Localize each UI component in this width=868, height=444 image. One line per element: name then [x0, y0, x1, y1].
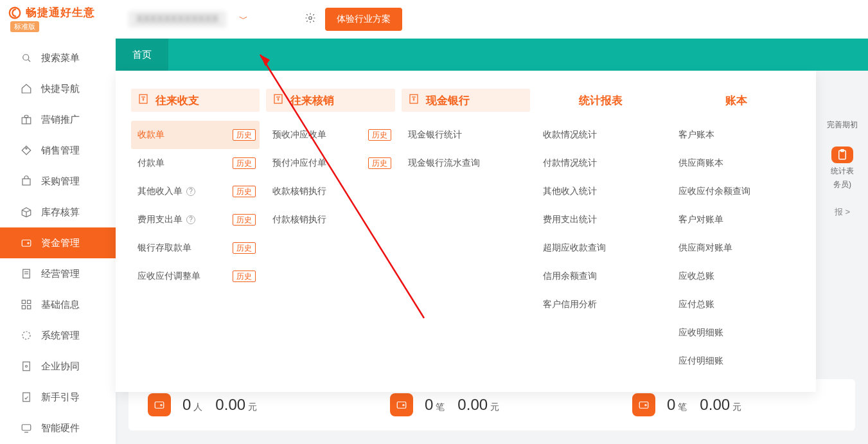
mega-item[interactable]: 付款单历史	[131, 149, 260, 177]
mega-item[interactable]: 费用支出统计	[536, 206, 665, 234]
mega-item[interactable]: 其他收入统计	[536, 177, 665, 206]
mega-item[interactable]: 供应商账本	[672, 149, 801, 177]
mega-item[interactable]: 付款核销执行	[266, 206, 394, 234]
sidebar-item-box[interactable]: 库存核算	[0, 197, 116, 227]
mega-col-title: 统计报表	[579, 93, 623, 108]
sidebar-item-cart[interactable]: 采购管理	[0, 166, 116, 197]
right-rail: 完善期初 统计表 务员) 报 >	[817, 103, 868, 234]
org-selector[interactable]: XXXXXXXXXXXX ﹀	[128, 8, 296, 31]
mega-item[interactable]: 应收总账	[672, 262, 801, 290]
history-button[interactable]: 历史	[368, 129, 391, 141]
sidebar-item-tv[interactable]: 智能硬件	[0, 413, 116, 443]
svg-point-5	[26, 148, 27, 149]
sidebar-item-tag[interactable]: 销售管理	[0, 135, 116, 166]
sidebar-item-share[interactable]: 企业协同	[0, 351, 116, 382]
history-button[interactable]: 历史	[233, 271, 256, 282]
sidebar-item-doc[interactable]: 经营管理	[0, 258, 116, 289]
mega-item-label: 收款核销执行	[272, 186, 326, 197]
tv-icon	[21, 422, 32, 434]
svg-rect-23	[22, 425, 31, 431]
stat-icon	[390, 393, 413, 416]
mega-item[interactable]: 收款核销执行	[266, 177, 394, 206]
mega-col-title: 账本	[725, 93, 747, 108]
mega-item-label: 其他收入统计	[543, 186, 597, 197]
right-rail-stat-label-a: 统计表	[831, 166, 854, 177]
right-rail-more-label: 报 >	[835, 206, 850, 218]
mega-item[interactable]: 付款情况统计	[536, 149, 665, 177]
mega-item[interactable]: 预收冲应收单历史	[266, 121, 394, 149]
mega-item[interactable]: 客户账本	[672, 121, 801, 149]
gear-icon[interactable]	[305, 12, 316, 26]
mega-col-title: 往来收支	[155, 93, 199, 108]
stat-values: 0笔0.00元	[425, 396, 499, 414]
wallet-icon	[21, 237, 32, 249]
box-icon	[21, 206, 32, 218]
bill-icon	[408, 93, 420, 108]
mega-item[interactable]: 应收明细账	[672, 319, 801, 347]
mega-col-4: 账本客户账本供应商账本应收应付余额查询客户对账单供应商对账单应收总账应付总账应收…	[672, 89, 801, 374]
mega-item-label: 应收明细账	[678, 327, 723, 339]
sidebar-item-search[interactable]: 搜索菜单	[0, 42, 116, 73]
sidebar-item-label: 营销推广	[41, 114, 80, 126]
mega-item-label: 客户对账单	[678, 214, 723, 226]
right-rail-hint[interactable]: 完善期初	[817, 103, 868, 147]
history-button[interactable]: 历史	[233, 186, 256, 197]
bill-icon	[272, 93, 284, 108]
right-rail-stat[interactable]: 统计表 务员)	[817, 147, 868, 190]
history-button[interactable]: 历史	[233, 129, 256, 141]
mega-item[interactable]: 应收应付余额查询	[672, 177, 801, 206]
mega-item[interactable]: 现金银行统计	[402, 121, 530, 149]
cart-icon	[21, 175, 32, 187]
tab-home[interactable]: 首页	[116, 39, 168, 71]
mega-item[interactable]: 收款情况统计	[536, 121, 665, 149]
mega-col-head: 现金银行	[402, 89, 530, 112]
right-rail-more[interactable]: 报 >	[817, 190, 868, 234]
stat-amount: 0.00	[215, 396, 245, 414]
sidebar-menu: 搜索菜单快捷导航营销推广销售管理采购管理库存核算资金管理经营管理基础信息系统管理…	[0, 42, 116, 443]
industry-plan-button[interactable]: 体验行业方案	[325, 8, 402, 31]
chevron-down-icon: ﹀	[239, 13, 248, 25]
history-button[interactable]: 历史	[233, 157, 256, 169]
mega-col-title: 现金银行	[426, 93, 470, 108]
history-button[interactable]: 历史	[233, 214, 256, 226]
mega-item[interactable]: 其他收入单?历史	[131, 177, 260, 206]
mega-item[interactable]: 供应商对账单	[672, 234, 801, 262]
sidebar-item-label: 资金管理	[41, 237, 80, 249]
mega-item[interactable]: 银行存取款单历史	[131, 234, 260, 262]
mega-item[interactable]: 应收应付调整单历史	[131, 262, 260, 290]
mega-item-label: 预收冲应收单	[272, 129, 326, 141]
stat-card[interactable]: 0人0.00元	[148, 393, 351, 416]
svg-point-37	[161, 404, 162, 405]
sidebar-item-gift[interactable]: 营销推广	[0, 104, 116, 135]
mega-item[interactable]: 收款单历史	[131, 121, 260, 149]
history-button[interactable]: 历史	[368, 157, 391, 169]
mega-item-label: 现金银行统计	[408, 129, 462, 141]
mega-item[interactable]: 客户对账单	[672, 206, 801, 234]
help-icon[interactable]: ?	[186, 215, 195, 224]
sidebar-item-cycle[interactable]: 系统管理	[0, 320, 116, 351]
mega-item-label: 收款单	[137, 129, 164, 141]
sidebar-item-grid[interactable]: 基础信息	[0, 289, 116, 320]
stat-card[interactable]: 0笔0.00元	[632, 393, 836, 416]
svg-line-2	[28, 60, 30, 62]
sidebar-item-home[interactable]: 快捷导航	[0, 73, 116, 104]
mega-item[interactable]: 费用支出单?历史	[131, 206, 260, 234]
svg-point-25	[309, 17, 312, 20]
stat-card[interactable]: 0笔0.00元	[390, 393, 594, 416]
mega-item[interactable]: 应付明细账	[672, 347, 801, 375]
stat-count: 0	[425, 396, 433, 414]
guide-icon	[21, 391, 32, 403]
history-button[interactable]: 历史	[233, 242, 256, 254]
sidebar-item-guide[interactable]: 新手引导	[0, 382, 116, 413]
svg-point-39	[403, 404, 404, 405]
mega-item[interactable]: 预付冲应付单历史	[266, 149, 394, 177]
mega-item-label: 供应商对账单	[678, 242, 732, 254]
mega-item[interactable]: 应付总账	[672, 290, 801, 319]
sidebar-item-wallet[interactable]: 资金管理	[0, 227, 116, 258]
mega-item[interactable]: 客户信用分析	[536, 290, 665, 319]
mega-item[interactable]: 现金银行流水查询	[402, 149, 530, 177]
sidebar-item-label: 库存核算	[41, 206, 80, 218]
mega-item[interactable]: 信用余额查询	[536, 262, 665, 290]
help-icon[interactable]: ?	[186, 187, 195, 196]
mega-item[interactable]: 超期应收款查询	[536, 234, 665, 262]
